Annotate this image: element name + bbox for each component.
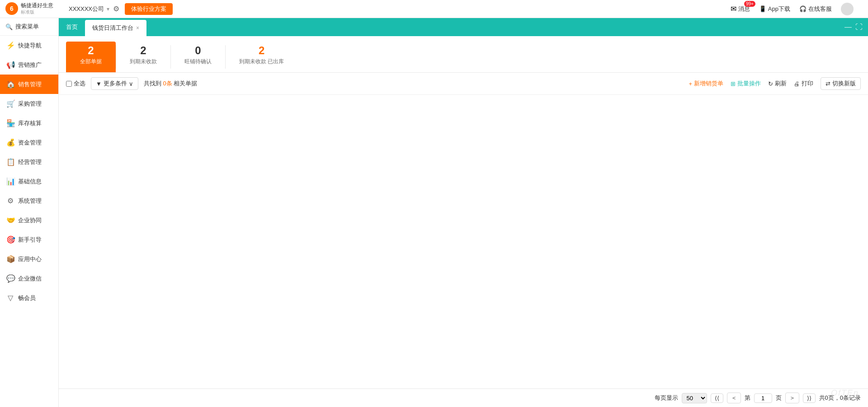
sidebar-label-wechat: 企业微信	[18, 275, 42, 283]
stat-count-overdue: 2	[140, 45, 146, 56]
basic-info-icon: 📊	[6, 177, 14, 186]
tab-minimize-icon[interactable]: —	[844, 23, 852, 31]
sidebar-item-basic-info[interactable]: 📊 基础信息	[0, 172, 58, 191]
sidebar-label-system: 系统管理	[18, 197, 42, 205]
toolbar: 全选 ▼ 更多条件 ∨ 共找到 0条 相关单据 + 新增销货单	[59, 73, 868, 95]
batch-operation-button[interactable]: ⊞ 批量操作	[731, 80, 761, 88]
last-page-button[interactable]: ⟩⟩	[803, 393, 816, 403]
tab-home-label: 首页	[66, 23, 78, 31]
sidebar-label-member: 畅会员	[18, 294, 36, 302]
add-icon: +	[689, 80, 692, 87]
found-prefix: 共找到	[144, 80, 161, 87]
sidebar-item-wechat[interactable]: 💬 企业微信	[0, 269, 58, 288]
stat-count-shipped: 2	[259, 45, 264, 56]
switch-version-button[interactable]: ⇄ 切换新版	[821, 77, 861, 90]
refresh-button[interactable]: ↻ 刷新	[768, 80, 787, 88]
tab-maximize-icon[interactable]: ⛶	[855, 23, 863, 31]
try-industry-button[interactable]: 体验行业方案	[125, 3, 173, 15]
next-page-button[interactable]: ＞	[785, 393, 799, 403]
found-text: 共找到 0条 相关单据	[144, 80, 197, 88]
logo-icon: 6	[5, 2, 18, 15]
cooperation-icon: 🤝	[6, 216, 14, 225]
content-area: 首页 钱货日清工作台 × — ⛶ 2 全部单据	[59, 18, 868, 407]
sidebar-label-marketing: 营销推广	[18, 61, 42, 69]
filter-button[interactable]: ▼ 更多条件 ∨	[91, 77, 138, 90]
sidebar-label-quick-nav: 快捷导航	[18, 42, 42, 50]
page-number-input[interactable]	[754, 393, 772, 403]
refresh-label: 刷新	[775, 80, 787, 88]
logo-text-block: 畅捷通好生意 标准版	[21, 2, 53, 15]
select-all-checkbox[interactable]	[66, 81, 72, 87]
sidebar-item-business[interactable]: 📋 经营管理	[0, 152, 58, 172]
total-records: 共0页，0条记录	[819, 394, 861, 402]
gear-icon[interactable]: ⚙	[113, 5, 119, 13]
tab-bar: 首页 钱货日清工作台 × — ⛶	[59, 18, 868, 36]
prev-page-button[interactable]: ＜	[727, 393, 741, 403]
sidebar-item-app-center[interactable]: 📦 应用中心	[0, 249, 58, 269]
company-selector[interactable]: XXXXXX公司 ▾	[69, 5, 109, 13]
app-download-label: App下载	[768, 5, 790, 13]
sidebar-label-finance: 资金管理	[18, 139, 42, 147]
app-center-icon: 📦	[6, 255, 14, 263]
stat-tab-pending[interactable]: 0 旺铺待确认	[171, 42, 225, 72]
service-icon: 🎧	[799, 5, 807, 12]
tab-close-icon[interactable]: ×	[136, 25, 139, 31]
print-button[interactable]: 🖨 打印	[794, 80, 813, 88]
message-area[interactable]: ✉ 消息 99+	[731, 5, 750, 13]
sidebar-item-member[interactable]: ▽ 畅会员	[0, 288, 58, 308]
sidebar-item-cooperation[interactable]: 🤝 企业协同	[0, 211, 58, 230]
add-sales-button[interactable]: + 新增销货单	[689, 80, 723, 88]
switch-label: 切换新版	[832, 80, 856, 88]
logo-badge: 标准版	[21, 9, 53, 15]
print-label: 打印	[802, 80, 813, 88]
stat-label-pending: 旺铺待确认	[184, 58, 212, 65]
sidebar-item-finance[interactable]: 💰 资金管理	[0, 133, 58, 152]
sidebar-item-quick-nav[interactable]: ⚡ 快捷导航	[0, 36, 58, 55]
online-service-link[interactable]: 🎧 在线客服	[799, 5, 832, 13]
stats-section: 2 全部单据 2 到期未收款 0 旺铺待确认 2	[59, 36, 868, 73]
page-size-select[interactable]: 10 20 50 100	[682, 393, 707, 403]
batch-label: 批量操作	[737, 80, 761, 88]
company-name: XXXXXX公司	[69, 5, 104, 13]
quick-nav-icon: ⚡	[6, 41, 14, 50]
select-all-area[interactable]: 全选	[66, 80, 85, 88]
stat-tab-overdue[interactable]: 2 到期未收款	[116, 42, 170, 72]
stat-tab-all[interactable]: 2 全部单据	[66, 42, 116, 72]
page-size-label: 每页显示	[655, 394, 678, 402]
sidebar-item-purchase[interactable]: 🛒 采购管理	[0, 94, 58, 113]
sidebar-item-inventory[interactable]: 🏪 库存核算	[0, 113, 58, 133]
stat-count-all: 2	[88, 45, 94, 56]
chevron-down-icon: ▾	[107, 6, 109, 12]
sidebar: 🔍 搜索菜单 ⚡ 快捷导航 📢 营销推广 🏠 销售管理 🛒 采购管理 🏪 库存核…	[0, 18, 59, 407]
stats-tabs: 2 全部单据 2 到期未收款 0 旺铺待确认 2	[66, 42, 861, 72]
marketing-icon: 📢	[6, 61, 14, 69]
sidebar-item-marketing[interactable]: 📢 营销推广	[0, 55, 58, 75]
avatar[interactable]	[841, 3, 854, 15]
app-icon: 📱	[759, 5, 766, 12]
stat-tab-shipped[interactable]: 2 到期未收款 已出库	[226, 42, 297, 72]
sidebar-label-business: 经营管理	[18, 158, 42, 166]
sales-icon: 🏠	[6, 80, 14, 89]
message-icon: ✉	[731, 5, 736, 13]
tab-home[interactable]: 首页	[59, 18, 85, 36]
batch-icon: ⊞	[731, 80, 736, 87]
sidebar-item-guide[interactable]: 🎯 新手引导	[0, 230, 58, 249]
table-area	[59, 95, 868, 388]
sidebar-label-basic-info: 基础信息	[18, 178, 42, 186]
add-label: 新增销货单	[694, 80, 723, 88]
sidebar-item-system[interactable]: ⚙ 系统管理	[0, 191, 58, 211]
sidebar-label-sales: 销售管理	[18, 80, 42, 89]
tab-bar-actions: — ⛶	[844, 23, 868, 31]
print-icon: 🖨	[794, 80, 800, 87]
select-all-label: 全选	[74, 80, 85, 88]
found-suffix: 相关单据	[174, 80, 197, 87]
app-download-link[interactable]: 📱 App下载	[759, 5, 790, 13]
filter-icon: ▼	[96, 80, 102, 87]
filter-chevron-icon: ∨	[129, 80, 133, 87]
sidebar-search[interactable]: 🔍 搜索菜单	[0, 18, 58, 36]
empty-state	[59, 95, 868, 388]
sidebar-item-sales[interactable]: 🏠 销售管理	[0, 75, 58, 94]
tab-workbench[interactable]: 钱货日清工作台 ×	[85, 20, 146, 36]
first-page-button[interactable]: ⟨⟨	[711, 393, 723, 403]
header-right: ✉ 消息 99+ 📱 App下载 🎧 在线客服	[731, 3, 863, 15]
